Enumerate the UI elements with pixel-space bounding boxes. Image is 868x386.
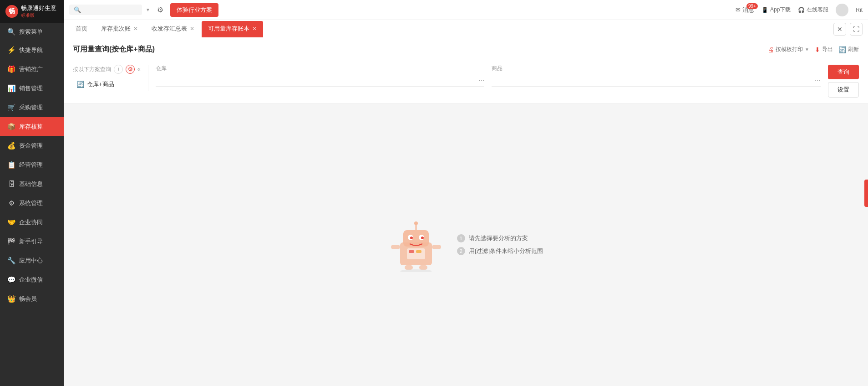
sidebar-scroll: ⚡ 快捷导航 🎁 营销推广 📊 销售管理 🛒 采购管理 📦 库存核算 💰 资金管…	[0, 41, 64, 386]
chart-icon: 📊	[7, 84, 15, 93]
tab-close-batch[interactable]: ✕	[133, 26, 138, 32]
sidebar-item-onboarding[interactable]: 🏁 新手引导	[0, 232, 64, 251]
gift-icon: 🎁	[7, 65, 15, 73]
scheme-item-warehouse-product[interactable]: 🔄 仓库+商品	[73, 77, 141, 91]
tab-expand-button[interactable]: ⛶	[850, 23, 863, 36]
sidebar-item-inventory[interactable]: 📦 库存核算	[0, 117, 64, 136]
sidebar-item-purchase[interactable]: 🛒 采购管理	[0, 98, 64, 117]
sidebar-item-enterprise[interactable]: 🤝 企业协同	[0, 213, 64, 232]
message-icon: ✉	[736, 6, 741, 13]
svg-point-15	[400, 269, 432, 272]
scheme-collapse-button[interactable]: «	[137, 66, 141, 72]
tab-home[interactable]: 首页	[69, 21, 94, 37]
tab-available[interactable]: 可用量库存账本 ✕	[202, 21, 263, 37]
tab-summary[interactable]: 收发存汇总表 ✕	[145, 21, 201, 37]
industry-btn[interactable]: 体验行业方案	[170, 3, 218, 17]
sidebar-item-basic[interactable]: 🗄 基础信息	[0, 175, 64, 194]
product-input[interactable]	[492, 77, 812, 84]
flag-icon: 🏁	[7, 237, 15, 246]
sidebar-header: 畅 畅康通好生意 标准版	[0, 0, 64, 23]
product-dots-button[interactable]: ···	[815, 76, 821, 84]
dropdown-arrow-icon[interactable]: ▼	[146, 7, 150, 12]
topbar: 🔍 ▼ ⚙ 体验行业方案 ✉ 消息 99+ 📱 App下载 🎧 在线客服 Rit	[64, 0, 868, 20]
username-label: Rit	[856, 7, 863, 13]
svg-rect-11	[409, 250, 414, 253]
print-button[interactable]: 🖨 按模板打印 ▼	[767, 46, 809, 53]
ops-icon: 📋	[7, 161, 15, 169]
tab-close-summary[interactable]: ✕	[190, 26, 194, 32]
mobile-icon: 📱	[761, 7, 768, 13]
warehouse-input-wrapper: ···	[156, 74, 485, 87]
print-icon: 🖨	[767, 46, 774, 53]
warehouse-dots-button[interactable]: ···	[478, 76, 484, 84]
svg-rect-12	[416, 250, 421, 253]
query-scheme-section: 按以下方案查询 + ⚙ « 🔄 仓库+商品	[73, 65, 148, 91]
warehouse-label: 仓库	[156, 65, 485, 72]
filter-product: 商品 ···	[492, 65, 821, 87]
empty-step-1: 1 请先选择要分析的方案	[457, 234, 543, 242]
print-dropdown-icon[interactable]: ▼	[805, 47, 809, 52]
topbar-right: ✉ 消息 99+ 📱 App下载 🎧 在线客服 Rit	[736, 4, 863, 16]
svg-rect-10	[407, 248, 425, 259]
expand-icon: ⛶	[853, 26, 859, 33]
sidebar-item-sales[interactable]: 📊 销售管理	[0, 79, 64, 98]
svg-rect-9	[432, 245, 441, 249]
topbar-gear-button[interactable]: ⚙	[154, 4, 167, 16]
message-button[interactable]: ✉ 消息 99+	[736, 6, 754, 14]
svg-rect-14	[419, 265, 427, 270]
svg-rect-1	[403, 230, 429, 247]
sidebar-item-shortcut[interactable]: ⚡ 快捷导航	[0, 41, 64, 60]
product-label: 商品	[492, 65, 821, 72]
sidebar-item-member[interactable]: 👑 畅会员	[0, 289, 64, 309]
warehouse-input[interactable]	[156, 77, 476, 84]
logo-icon: 畅	[5, 5, 18, 18]
online-service-button[interactable]: 🎧 在线客服	[798, 6, 828, 14]
svg-rect-8	[391, 245, 400, 249]
page-header: 可用量查询(按仓库+商品) 🖨 按模板打印 ▼ ⬇ 导出 🔄 刷新	[64, 38, 868, 59]
content-area: 可用量查询(按仓库+商品) 🖨 按模板打印 ▼ ⬇ 导出 🔄 刷新	[64, 38, 868, 386]
topbar-search-box[interactable]: 🔍	[69, 5, 142, 15]
settings-button[interactable]: 设置	[828, 82, 859, 98]
filter-fields: 仓库 ··· 商品 ···	[156, 65, 821, 87]
topbar-search-input[interactable]	[84, 7, 129, 13]
export-icon: ⬇	[815, 46, 820, 53]
apps-icon: 🔧	[7, 257, 15, 265]
close-icon: ✕	[837, 26, 843, 33]
sidebar-item-wechat[interactable]: 💬 企业微信	[0, 270, 64, 289]
action-buttons: 查询 设置	[828, 65, 859, 98]
sidebar-search[interactable]: 🔍 搜索菜单	[0, 23, 64, 41]
sidebar-logo: 畅 畅康通好生意 标准版	[5, 5, 58, 19]
filter-warehouse: 仓库 ···	[156, 65, 485, 87]
refresh-button[interactable]: 🔄 刷新	[838, 46, 859, 53]
sidebar-item-marketing[interactable]: 🎁 营销推广	[0, 60, 64, 79]
empty-step-2: 2 用[过滤]条件来缩小分析范围	[457, 247, 543, 255]
app-download-button[interactable]: 📱 App下载	[761, 6, 791, 14]
logo-text: 畅康通好生意 标准版	[21, 5, 56, 19]
tabs-right-actions: ✕ ⛶	[833, 23, 863, 36]
sidebar-item-apps[interactable]: 🔧 应用中心	[0, 251, 64, 270]
user-avatar[interactable]	[836, 4, 848, 16]
shortcut-icon: ⚡	[7, 46, 15, 54]
export-button[interactable]: ⬇ 导出	[815, 46, 833, 53]
add-scheme-button[interactable]: +	[114, 65, 123, 74]
right-edge-decoration	[864, 180, 868, 207]
tab-close-all-button[interactable]: ✕	[833, 23, 846, 36]
page-actions: 🖨 按模板打印 ▼ ⬇ 导出 🔄 刷新	[767, 46, 859, 53]
database-icon: 🗄	[7, 180, 15, 188]
handshake-icon: 🤝	[7, 218, 15, 226]
scheme-settings-button[interactable]: ⚙	[126, 65, 135, 74]
headset-icon: 🎧	[798, 7, 805, 13]
search-icon: 🔍	[7, 28, 15, 36]
sidebar-item-operations[interactable]: 📋 经营管理	[0, 155, 64, 175]
query-button[interactable]: 查询	[828, 65, 859, 79]
money-icon: 💰	[7, 142, 15, 150]
tab-close-available[interactable]: ✕	[252, 26, 257, 32]
sidebar-item-system[interactable]: ⚙ 系统管理	[0, 194, 64, 213]
inventory-icon: 📦	[7, 123, 15, 131]
empty-state: 1 请先选择要分析的方案 2 用[过滤]条件来缩小分析范围	[64, 103, 868, 386]
tab-batch[interactable]: 库存批次账 ✕	[95, 21, 144, 37]
page-title: 可用量查询(按仓库+商品)	[73, 45, 155, 54]
message-badge: 99+	[746, 3, 758, 9]
main-area: 🔍 ▼ ⚙ 体验行业方案 ✉ 消息 99+ 📱 App下载 🎧 在线客服 Rit	[64, 0, 868, 386]
sidebar-item-finance[interactable]: 💰 资金管理	[0, 136, 64, 155]
